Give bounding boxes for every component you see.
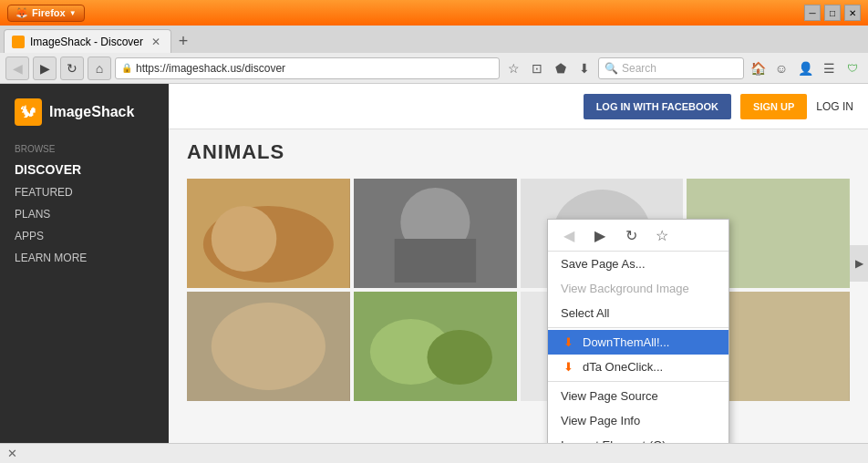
bookmark-star-button[interactable]: ☆	[503, 58, 523, 78]
image-grid	[169, 171, 868, 408]
download-arrow-button[interactable]: ⬇	[574, 58, 594, 78]
svg-point-10	[212, 303, 326, 390]
back-button[interactable]: ◀	[5, 57, 29, 80]
firefox-dropdown-icon: ▼	[69, 9, 77, 17]
facebook-login-button[interactable]: LOG IN WITH FACEBOOK	[584, 94, 731, 119]
main-layout: 🐿 ImageShack Browse DISCOVER FEATURED PL…	[0, 84, 868, 443]
sidebar-item-plans[interactable]: PLANS	[0, 203, 169, 225]
cm-dta-label: dTa OneClick...	[583, 360, 663, 374]
account-button[interactable]: 👤	[795, 58, 815, 78]
cm-save-page-label: Save Page As...	[561, 257, 646, 271]
cm-separator-1	[548, 327, 728, 328]
navbar: ◀ ▶ ↻ ⌂ 🔒 https://imageshack.us/discover…	[0, 53, 868, 84]
svg-rect-5	[394, 239, 475, 283]
active-tab[interactable]: ImageShack - Discover ✕	[4, 29, 171, 53]
image-2-placeholder	[354, 179, 517, 288]
svg-point-2	[212, 206, 277, 272]
tabbar: ImageShack - Discover ✕ +	[0, 26, 868, 53]
cm-view-info[interactable]: View Page Info	[548, 408, 728, 433]
cm-downthemall[interactable]: ⬇ DownThemAll!...	[548, 330, 728, 355]
smiley-button[interactable]: ☺	[771, 58, 791, 78]
sidebar-logo: 🐿 ImageShack	[0, 98, 169, 140]
signup-button[interactable]: SIGN UP	[740, 94, 807, 119]
menu-button[interactable]: ☰	[819, 58, 839, 78]
shield-button[interactable]: 🛡	[842, 58, 863, 78]
titlebar: 🦊 Firefox ▼ ─ □ ✕	[0, 0, 868, 26]
browse-label: Browse	[0, 140, 169, 158]
cm-view-bg-image: View Background Image	[548, 276, 728, 301]
login-button[interactable]: LOG IN	[816, 100, 853, 113]
logo-icon: 🐿	[15, 98, 42, 126]
content-header: ANIMALS	[169, 129, 868, 171]
cm-view-source-label: View Page Source	[561, 389, 658, 403]
cm-back-button[interactable]: ◀	[557, 225, 581, 245]
image-cell-2[interactable]	[354, 179, 517, 288]
statusbar-close-button[interactable]: ✕	[7, 447, 17, 460]
url-text: https://imageshack.us/discover	[136, 62, 493, 75]
content-area: LOG IN WITH FACEBOOK SIGN UP LOG IN ANIM…	[169, 84, 868, 443]
tab-favicon	[12, 36, 25, 48]
svg-point-13	[427, 330, 492, 385]
statusbar: ✕	[0, 443, 868, 463]
image-cell-1[interactable]	[187, 179, 350, 288]
image-6-placeholder	[354, 292, 517, 401]
search-bar[interactable]: 🔍 Search	[598, 57, 744, 79]
minimize-button[interactable]: ─	[804, 5, 821, 21]
sidebar-item-apps[interactable]: APPS	[0, 225, 169, 247]
image-cell-5[interactable]	[187, 292, 350, 401]
search-icon: 🔍	[604, 62, 618, 75]
sidebar-item-featured[interactable]: FEATURED	[0, 181, 169, 203]
firefox-icon: 🦊	[16, 7, 28, 19]
sidebar-item-learnmore[interactable]: LEARN MORE	[0, 247, 169, 269]
search-placeholder: Search	[622, 62, 656, 75]
reload-button[interactable]: ↻	[60, 57, 84, 80]
cm-forward-button[interactable]: ▶	[588, 225, 612, 245]
home-icon-button[interactable]: 🏠	[748, 58, 768, 78]
pocket-button[interactable]: ⬟	[551, 58, 571, 78]
firefox-menu-button[interactable]: 🦊 Firefox ▼	[7, 5, 85, 22]
firefox-label: Firefox	[32, 7, 66, 18]
cm-view-bg-image-label: View Background Image	[561, 282, 689, 295]
new-tab-button[interactable]: +	[171, 29, 195, 53]
page-title: ANIMALS	[187, 140, 850, 164]
cm-bookmark-button[interactable]: ☆	[650, 225, 674, 245]
scroll-right-button[interactable]: ▶	[850, 245, 868, 282]
sidebar-item-discover[interactable]: DISCOVER	[0, 158, 169, 181]
cm-downthemall-icon: ⬇	[561, 335, 575, 349]
tab-close-button[interactable]: ✕	[149, 35, 163, 49]
url-bar[interactable]: 🔒 https://imageshack.us/discover	[115, 57, 500, 79]
cm-inspect[interactable]: Inspect Element (Q)	[548, 433, 728, 443]
cm-select-all-label: Select All	[561, 306, 609, 320]
close-button[interactable]: ✕	[844, 5, 861, 21]
site-header: LOG IN WITH FACEBOOK SIGN UP LOG IN	[169, 84, 868, 129]
tab-title: ImageShack - Discover	[30, 36, 143, 48]
image-5-placeholder	[187, 292, 350, 401]
cm-downthemall-label: DownThemAll!...	[583, 335, 669, 349]
cm-reload-button[interactable]: ↻	[619, 225, 643, 245]
cm-select-all[interactable]: Select All	[548, 301, 728, 325]
cm-inspect-label: Inspect Element (Q)	[561, 438, 666, 443]
logo-text: ImageShack	[49, 104, 134, 120]
cm-view-source[interactable]: View Page Source	[548, 384, 728, 408]
context-menu: ◀ ▶ ↻ ☆ Save Page As... View Background …	[547, 219, 729, 443]
image-1-placeholder	[187, 179, 350, 288]
cm-separator-2	[548, 381, 728, 382]
cm-dta-icon: ⬇	[561, 360, 575, 374]
window-controls: ─ □ ✕	[804, 5, 861, 21]
titlebar-left: 🦊 Firefox ▼	[7, 5, 85, 22]
cm-view-info-label: View Page Info	[561, 414, 640, 427]
forward-button[interactable]: ▶	[33, 57, 57, 80]
cm-save-page[interactable]: Save Page As...	[548, 252, 728, 276]
home-button[interactable]: ⌂	[88, 57, 111, 80]
image-cell-6[interactable]	[354, 292, 517, 401]
downloads-button[interactable]: ⊡	[527, 58, 547, 78]
context-menu-nav: ◀ ▶ ↻ ☆	[548, 220, 728, 252]
lock-icon: 🔒	[121, 63, 132, 73]
sidebar: 🐿 ImageShack Browse DISCOVER FEATURED PL…	[0, 84, 169, 443]
cm-dta-oneclick[interactable]: ⬇ dTa OneClick...	[548, 355, 728, 379]
maximize-button[interactable]: □	[824, 5, 841, 21]
